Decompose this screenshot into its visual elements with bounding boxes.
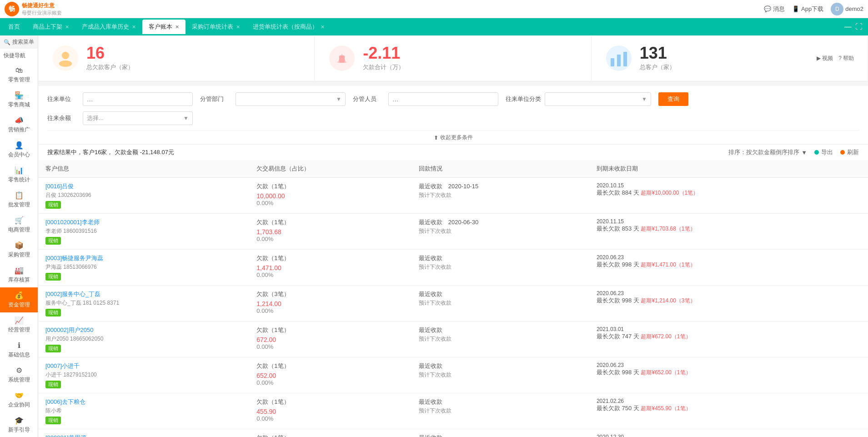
app-download-btn[interactable]: 📱 App下载	[792, 5, 823, 13]
sidebar-item-capital[interactable]: 💰 资金管理	[0, 287, 38, 312]
close-tab-product[interactable]: ✕	[132, 24, 136, 30]
chevron-dept-icon: ▼	[336, 96, 341, 102]
cell-debt-info-3: 欠款（3笔） 1,214.00 0.00%	[249, 286, 411, 321]
user-avatar[interactable]: D demo2	[831, 3, 863, 15]
sidebar-item-ecommerce[interactable]: 🛒 电商管理	[0, 212, 38, 237]
results-actions: 排序：按欠款金额倒序排序 ▼ 导出 刷新	[728, 148, 859, 156]
cell-recovery-6: 最近收款 预计下次收款	[411, 393, 589, 429]
overdue-link-0[interactable]: 超期¥10,000.00（1笔）	[641, 190, 698, 196]
sidebar-item-retail-stats[interactable]: 📊 零售统计	[0, 162, 38, 187]
filter-item-person: 分管人员 ...	[353, 92, 498, 106]
overdue-link-6[interactable]: 超期¥455.90（1笔）	[641, 405, 691, 412]
debt-count-2: 欠款（1笔）	[256, 254, 404, 262]
filter-input-person[interactable]: ...	[388, 92, 498, 106]
close-tab-customer[interactable]: ✕	[175, 24, 179, 30]
stat-label-total: 总客户（家）	[640, 63, 675, 71]
filter-input-balance[interactable]: 选择... ▼	[83, 111, 193, 125]
overdue-days-5: 最长欠款 998 天	[597, 369, 641, 376]
message-btn[interactable]: 💬 消息	[764, 5, 785, 13]
help-btn[interactable]: ? 帮助	[838, 55, 854, 62]
close-tab-purchase2[interactable]: ✕	[321, 24, 325, 30]
cell-customer-info-0: [0016]吕俊 吕俊 13026203696 现销	[38, 178, 249, 214]
sidebar-quick-nav: 快捷导航	[0, 49, 38, 63]
guide-icon: 🎓	[15, 416, 24, 425]
help-icon: ?	[838, 55, 842, 61]
stat-number-total: 131	[640, 45, 675, 61]
overdue-link-2[interactable]: 超期¥1,471.00（1笔）	[641, 261, 695, 268]
tab-customer-account[interactable]: 客户账本 ✕	[142, 20, 186, 34]
filter-input-vendor[interactable]: ...	[83, 92, 193, 106]
sidebar-item-ops[interactable]: 📈 经营管理	[0, 312, 38, 337]
tab-product-history[interactable]: 产成品入库单历史 ✕	[75, 20, 142, 34]
customer-name-7[interactable]: [000001]黄思源	[45, 434, 242, 437]
sidebar-item-purchase[interactable]: 📦 采购管理	[0, 237, 38, 262]
inventory-icon: 🏭	[15, 266, 24, 275]
logo-area: 畅 畅捷通好生意 母婴行业演示账套	[5, 2, 62, 16]
stat-label-debt: 欠款合计（万）	[363, 63, 404, 71]
tab-purchase-stats2[interactable]: 进货单统计表（按商品） ✕	[246, 20, 331, 34]
sidebar-item-membership[interactable]: 👤 会员中心	[0, 137, 38, 162]
sidebar-item-marketing[interactable]: 📣 营销推广	[0, 112, 38, 137]
cell-customer-info-6: [0006]去下粮仓 陈小希 现销	[38, 393, 249, 429]
video-btn[interactable]: ▶ 视频	[817, 55, 833, 62]
dots-person-icon[interactable]: ...	[392, 95, 398, 103]
sidebar-item-enterprise[interactable]: 🤝 企业协同	[0, 387, 38, 412]
debt-count-4: 欠款（1笔）	[256, 326, 404, 334]
search-button[interactable]: 查询	[658, 92, 688, 106]
export-btn[interactable]: 导出	[814, 148, 833, 156]
customer-name-5[interactable]: [0007]小进千	[45, 362, 242, 370]
customer-tag-0: 现销	[45, 201, 61, 209]
sidebar-item-basic-info[interactable]: ℹ 基础信息	[0, 337, 38, 362]
filter-input-dept[interactable]: ▼	[236, 92, 346, 106]
customer-sub-2: 尹海蕊 18513066976	[45, 263, 242, 271]
customer-name-2[interactable]: [0003]畅捷服务尹海蕊	[45, 254, 242, 262]
close-tab-goods[interactable]: ✕	[65, 24, 69, 30]
ops-icon: 📈	[15, 316, 24, 325]
maximize-btn[interactable]: ⛶	[855, 23, 863, 30]
sidebar-item-retail-shop[interactable]: 🏪 零售商城	[0, 87, 38, 112]
refresh-btn[interactable]: 刷新	[840, 148, 859, 156]
cell-customer-info-7: [000001]黄思源 黄思源 13552700226 现销	[38, 429, 249, 437]
cell-recovery-3: 最近收款 预计下次收款	[411, 286, 589, 321]
table-header-row: 客户信息 欠交易信息（占比） 回款情况 到期未收款日期	[38, 160, 868, 178]
customer-name-6[interactable]: [0006]去下粮仓	[45, 398, 242, 406]
retail-stats-icon: 📊	[15, 166, 24, 175]
overdue-link-3[interactable]: 超期¥1,214.00（3笔）	[641, 297, 695, 304]
cell-recovery-1: 最近收款 2020-06-30 预计下次收款	[411, 214, 589, 250]
customer-name-3[interactable]: [0002]服务中心_丁磊	[45, 290, 242, 298]
sidebar-item-inventory[interactable]: 🏭 库存核算	[0, 262, 38, 287]
sidebar-item-system[interactable]: ⚙ 系统管理	[0, 362, 38, 387]
filter-item-balance: 往来余额 选择... ▼	[47, 111, 193, 125]
customer-name-0[interactable]: [0016]吕俊	[45, 182, 242, 191]
dots-icon[interactable]: ...	[87, 95, 93, 103]
debt-pct-1: 0.00%	[256, 236, 404, 242]
customer-name-4[interactable]: [000002]用户2050	[45, 326, 242, 334]
sort-select[interactable]: 排序：按欠款金额倒序排序 ▼	[728, 148, 807, 156]
overdue-link-4[interactable]: 超期¥672.00（1笔）	[641, 333, 691, 340]
overdue-link-1[interactable]: 超期¥1,703.68（1笔）	[641, 226, 695, 232]
collapse-btn[interactable]: ⬆ 收起更多条件	[47, 131, 859, 144]
export-icon	[814, 150, 819, 155]
sidebar-item-batch-mgmt[interactable]: 📋 批发管理	[0, 187, 38, 212]
filter-input-category[interactable]: ▼	[545, 92, 651, 106]
purchase-icon: 📦	[15, 241, 24, 250]
tab-home[interactable]: 首页	[2, 20, 26, 34]
cell-recovery-0: 最近收款 2020-10-15 预计下次收款	[411, 178, 589, 214]
sidebar-item-guide[interactable]: 🎓 新手引导	[0, 412, 38, 437]
close-tab-purchase[interactable]: ✕	[236, 24, 240, 30]
sidebar-search[interactable]: 🔍 搜索菜单	[0, 35, 38, 49]
col-due-date: 到期未收款日期	[589, 160, 868, 178]
cell-due-date-2: 2020.06.23 最长欠款 998 天 超期¥1,471.00（1笔）	[589, 250, 868, 286]
cell-debt-info-4: 欠款（1笔） 672.00 0.00%	[249, 321, 411, 357]
sidebar-item-retail-mgmt[interactable]: 🛍 零售管理	[0, 63, 38, 87]
debt-count-3: 欠款（3笔）	[256, 290, 404, 298]
minimize-btn[interactable]: —	[844, 23, 852, 30]
recovery-next-4: 预计下次收款	[419, 335, 582, 343]
customer-name-1[interactable]: [0001020001]李老师	[45, 218, 242, 226]
cell-due-date-6: 2021.02.26 最长欠款 750 天 超期¥455.90（1笔）	[589, 393, 868, 429]
stat-info-total: 131 总客户（家）	[640, 45, 675, 71]
overdue-link-5[interactable]: 超期¥652.00（1笔）	[641, 369, 691, 376]
tab-goods-listing[interactable]: 商品上下架 ✕	[26, 20, 75, 34]
download-icon: 📱	[792, 5, 799, 12]
tab-purchase-stats[interactable]: 采购订单统计表 ✕	[186, 20, 246, 34]
